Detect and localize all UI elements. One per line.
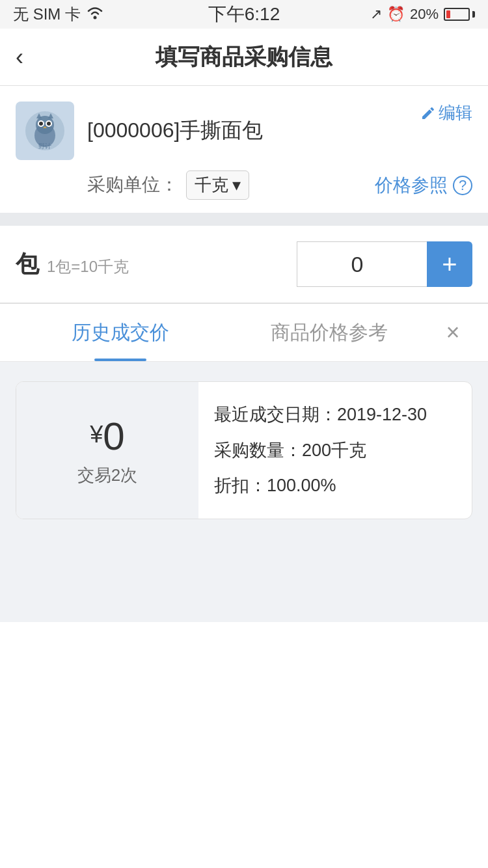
alarm-icon: ⏰ — [387, 6, 405, 23]
tab-price-reference[interactable]: 商品价格参考 — [224, 304, 433, 361]
tab-history-label: 历史成交价 — [72, 319, 169, 346]
svg-point-6 — [39, 122, 43, 126]
quantity-label-group: 包 1包=10千克 — [16, 249, 129, 280]
tab-reference-label: 商品价格参考 — [271, 319, 388, 346]
help-icon[interactable]: ? — [453, 176, 472, 195]
tabs-container: 历史成交价 商品价格参考 × — [0, 304, 488, 362]
recent-date-line: 最近成交日期：2019-12-30 — [214, 401, 456, 428]
price-ref-button[interactable]: 价格参照 ? — [375, 173, 472, 198]
product-left: 野计 [0000006]手撕面包 — [16, 102, 263, 160]
svg-point-0 — [94, 16, 97, 20]
battery-icon — [444, 8, 475, 21]
tabs-close-button[interactable]: × — [433, 313, 472, 352]
product-meta: 采购单位： 千克 ▾ 价格参照 ? — [16, 170, 472, 200]
battery-percent: 20% — [410, 6, 439, 23]
section-divider — [0, 213, 488, 226]
discount-label: 折扣： — [214, 476, 267, 495]
quantity-unit: 包 — [16, 249, 39, 280]
discount-value: 100.00% — [267, 476, 336, 495]
product-image: 野计 — [16, 102, 74, 160]
quantity-row: 包 1包=10千克 + — [0, 226, 488, 303]
unit-label: 采购单位： — [87, 174, 178, 195]
recent-date-label: 最近成交日期： — [214, 405, 337, 424]
product-header: 野计 [0000006]手撕面包 编辑 — [16, 102, 472, 160]
status-bar: 无 SIM 卡 下午6:12 ↗ ⏰ 20% — [0, 0, 488, 29]
svg-text:野计: 野计 — [38, 142, 51, 150]
trade-count: 交易2次 — [77, 464, 137, 487]
unit-value: 千克 — [195, 174, 228, 197]
purchase-qty-line: 采购数量：200千克 — [214, 437, 456, 464]
bottom-space — [0, 622, 488, 868]
edit-icon — [420, 105, 436, 121]
price-card-right: 最近成交日期：2019-12-30 采购数量：200千克 折扣：100.00% — [198, 382, 472, 519]
status-time: 下午6:12 — [208, 2, 280, 27]
price-display: ¥0 — [90, 414, 124, 459]
unit-section: 采购单位： 千克 ▾ — [87, 170, 249, 200]
plus-icon: + — [442, 250, 457, 279]
content-area: ¥0 交易2次 最近成交日期：2019-12-30 采购数量：200千克 折扣：… — [0, 362, 488, 622]
page-title: 填写商品采购信息 — [156, 42, 332, 72]
status-left: 无 SIM 卡 — [13, 4, 104, 25]
svg-point-7 — [47, 122, 51, 126]
quantity-input-group: + — [297, 241, 472, 287]
discount-line: 折扣：100.00% — [214, 472, 456, 499]
quantity-conversion: 1包=10千克 — [47, 256, 129, 277]
product-card: 野计 [0000006]手撕面包 编辑 采购单位： 千克 ▾ 价格参照 ? — [0, 86, 488, 213]
recent-date-value: 2019-12-30 — [337, 405, 427, 424]
price-ref-label: 价格参照 — [375, 173, 448, 198]
quantity-plus-button[interactable]: + — [427, 241, 472, 287]
purchase-qty-label: 采购数量： — [214, 441, 302, 460]
dropdown-icon: ▾ — [232, 175, 241, 195]
tab-history-price[interactable]: 历史成交价 — [16, 304, 224, 361]
currency-symbol: ¥ — [90, 421, 103, 448]
purchase-qty-value: 200千克 — [302, 441, 366, 460]
price-amount: 0 — [103, 414, 124, 458]
price-card-left: ¥0 交易2次 — [16, 382, 198, 519]
edit-label: 编辑 — [439, 102, 472, 124]
nav-bar: ‹ 填写商品采购信息 — [0, 29, 488, 86]
unit-select[interactable]: 千克 ▾ — [186, 170, 249, 200]
location-icon: ↗ — [370, 6, 382, 23]
back-button[interactable]: ‹ — [16, 44, 23, 71]
history-price-card: ¥0 交易2次 最近成交日期：2019-12-30 采购数量：200千克 折扣：… — [16, 381, 472, 519]
quantity-input[interactable] — [297, 241, 427, 287]
close-icon: × — [446, 319, 459, 346]
status-right: ↗ ⏰ 20% — [370, 6, 475, 23]
tab-active-indicator — [94, 359, 146, 361]
edit-button[interactable]: 编辑 — [420, 102, 472, 124]
product-logo-icon: 野计 — [22, 108, 68, 154]
product-name: [0000006]手撕面包 — [87, 116, 263, 145]
no-sim-label: 无 SIM 卡 — [13, 4, 81, 25]
wifi-icon — [86, 5, 104, 23]
